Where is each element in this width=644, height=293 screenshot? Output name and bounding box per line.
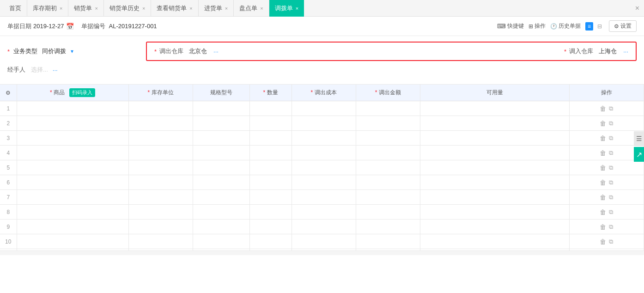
row-available-1[interactable] bbox=[420, 101, 569, 116]
tab-sales-history-close[interactable]: × bbox=[142, 6, 145, 11]
row-amount-1[interactable] bbox=[356, 101, 420, 116]
copy-icon-2[interactable]: ⧉ bbox=[609, 120, 613, 127]
row-product-6[interactable] bbox=[17, 175, 128, 190]
row-amount-7[interactable] bbox=[356, 190, 420, 205]
row-cost-4[interactable] bbox=[292, 146, 356, 160]
row-cost-1[interactable] bbox=[292, 101, 356, 116]
row-available-8[interactable] bbox=[420, 205, 569, 220]
row-amount-8[interactable] bbox=[356, 205, 420, 220]
delete-icon-7[interactable]: 🗑 bbox=[600, 194, 606, 201]
side-list-btn[interactable]: ☰ bbox=[634, 131, 644, 146]
row-cost-6[interactable] bbox=[292, 175, 356, 190]
row-unit-2[interactable] bbox=[128, 116, 193, 131]
copy-icon-9[interactable]: ⧉ bbox=[609, 223, 613, 231]
calendar-icon[interactable]: 📅 bbox=[66, 23, 74, 30]
tab-view-sales-close[interactable]: × bbox=[189, 6, 192, 11]
tab-transfer-close[interactable]: × bbox=[296, 6, 298, 11]
row-qty-8[interactable] bbox=[249, 205, 292, 220]
row-product-10[interactable] bbox=[17, 234, 128, 249]
row-product-2[interactable] bbox=[17, 116, 128, 131]
row-cost-7[interactable] bbox=[292, 190, 356, 205]
row-available-9[interactable] bbox=[420, 220, 569, 234]
row-spec-8[interactable] bbox=[193, 205, 249, 220]
warehouse-in-value[interactable]: 上海仓 bbox=[599, 47, 617, 55]
row-available-4[interactable] bbox=[420, 146, 569, 160]
operations-btn[interactable]: ⊞ 操作 bbox=[529, 22, 546, 30]
row-cost-3[interactable] bbox=[292, 131, 356, 146]
tab-inventory-init[interactable]: 库存期初 × bbox=[27, 0, 68, 17]
row-unit-7[interactable] bbox=[128, 190, 193, 205]
business-type-dropdown-icon[interactable]: ▾ bbox=[71, 48, 73, 55]
delete-icon-3[interactable]: 🗑 bbox=[600, 134, 606, 142]
row-product-4[interactable] bbox=[17, 146, 128, 160]
row-qty-1[interactable] bbox=[249, 101, 292, 116]
tab-purchase-order-close[interactable]: × bbox=[225, 6, 228, 11]
layout1-icon[interactable]: ≡ bbox=[585, 22, 593, 31]
row-spec-4[interactable] bbox=[193, 146, 249, 160]
row-cost-8[interactable] bbox=[292, 205, 356, 220]
tab-sales-history[interactable]: 销货单历史 × bbox=[104, 0, 151, 17]
scan-button[interactable]: 扫码录入 bbox=[69, 88, 95, 97]
row-unit-4[interactable] bbox=[128, 146, 193, 160]
row-qty-10[interactable] bbox=[249, 234, 292, 249]
row-available-5[interactable] bbox=[420, 160, 569, 175]
copy-icon-4[interactable]: ⧉ bbox=[609, 149, 613, 157]
layout2-icon[interactable]: ⊟ bbox=[595, 22, 604, 31]
row-qty-4[interactable] bbox=[249, 146, 292, 160]
row-amount-3[interactable] bbox=[356, 131, 420, 146]
row-product-3[interactable] bbox=[17, 131, 128, 146]
row-available-10[interactable] bbox=[420, 234, 569, 249]
tab-sales-order[interactable]: 销货单 × bbox=[68, 0, 103, 17]
row-product-1[interactable] bbox=[17, 101, 128, 116]
row-unit-10[interactable] bbox=[128, 234, 193, 249]
settings-button[interactable]: ⚙ 设置 bbox=[609, 20, 637, 32]
tab-inventory-init-close[interactable]: × bbox=[60, 6, 62, 11]
row-qty-5[interactable] bbox=[249, 160, 292, 175]
row-cost-10[interactable] bbox=[292, 234, 356, 249]
row-available-7[interactable] bbox=[420, 190, 569, 205]
copy-icon-1[interactable]: ⧉ bbox=[609, 105, 613, 112]
row-unit-6[interactable] bbox=[128, 175, 193, 190]
row-cost-5[interactable] bbox=[292, 160, 356, 175]
tab-bar-close-icon[interactable]: × bbox=[635, 4, 639, 12]
row-cost-2[interactable] bbox=[292, 116, 356, 131]
delete-icon-2[interactable]: 🗑 bbox=[600, 120, 606, 127]
delete-icon-5[interactable]: 🗑 bbox=[600, 164, 606, 171]
row-product-5[interactable] bbox=[17, 160, 128, 175]
side-export-btn[interactable]: ↗ bbox=[634, 147, 644, 162]
row-amount-2[interactable] bbox=[356, 116, 420, 131]
history-docs-btn[interactable]: 🕐 历史单据 bbox=[550, 22, 581, 30]
row-product-9[interactable] bbox=[17, 220, 128, 234]
th-gear[interactable]: ⚙ bbox=[0, 85, 17, 101]
row-qty-7[interactable] bbox=[249, 190, 292, 205]
row-amount-9[interactable] bbox=[356, 220, 420, 234]
row-spec-10[interactable] bbox=[193, 234, 249, 249]
row-amount-5[interactable] bbox=[356, 160, 420, 175]
row-available-6[interactable] bbox=[420, 175, 569, 190]
row-unit-1[interactable] bbox=[128, 101, 193, 116]
row-spec-3[interactable] bbox=[193, 131, 249, 146]
operator-more-icon[interactable]: ··· bbox=[53, 67, 58, 73]
delete-icon-10[interactable]: 🗑 bbox=[600, 238, 606, 245]
tab-stocktake[interactable]: 盘点单 × bbox=[234, 0, 269, 17]
delete-icon-1[interactable]: 🗑 bbox=[600, 105, 606, 112]
row-amount-10[interactable] bbox=[356, 234, 420, 249]
row-product-7[interactable] bbox=[17, 190, 128, 205]
row-unit-5[interactable] bbox=[128, 160, 193, 175]
warehouse-out-more-icon[interactable]: ··· bbox=[213, 48, 219, 55]
operator-value[interactable]: 选择... bbox=[31, 66, 48, 74]
bottom-scrollbar[interactable] bbox=[0, 250, 644, 255]
row-spec-2[interactable] bbox=[193, 116, 249, 131]
row-qty-3[interactable] bbox=[249, 131, 292, 146]
row-unit-9[interactable] bbox=[128, 220, 193, 234]
copy-icon-7[interactable]: ⧉ bbox=[609, 194, 613, 201]
tab-sales-order-close[interactable]: × bbox=[95, 6, 97, 11]
row-spec-6[interactable] bbox=[193, 175, 249, 190]
row-unit-3[interactable] bbox=[128, 131, 193, 146]
tab-stocktake-close[interactable]: × bbox=[260, 6, 263, 11]
delete-icon-8[interactable]: 🗑 bbox=[600, 208, 606, 216]
warehouse-in-more-icon[interactable]: ··· bbox=[623, 48, 628, 55]
tab-home[interactable]: 首页 bbox=[4, 0, 27, 17]
delete-icon-4[interactable]: 🗑 bbox=[600, 149, 606, 157]
tab-view-sales[interactable]: 查看销货单 × bbox=[151, 0, 198, 17]
